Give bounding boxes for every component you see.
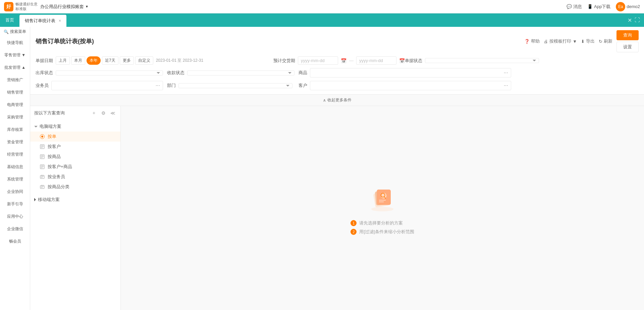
sidebar-item-purchase[interactable]: 采购管理 bbox=[0, 111, 30, 123]
customer-ellipsis-icon[interactable]: ··· bbox=[504, 83, 508, 89]
sidebar-item-quick-nav[interactable]: 快捷导航 bbox=[0, 37, 30, 49]
tab-home[interactable]: 首页 bbox=[0, 13, 19, 27]
sidebar-item-inventory[interactable]: 库存核算 bbox=[0, 123, 30, 136]
sidebar-item-newbie[interactable]: 新手引导 bbox=[0, 198, 30, 210]
payment-status-section: 收款状态 bbox=[167, 70, 294, 76]
workspace-selector[interactable]: 办公用品行业模拟账套 ▼ bbox=[40, 4, 89, 10]
calendar-start-icon[interactable]: 📅 bbox=[341, 58, 346, 63]
group-collapse-icon bbox=[34, 198, 36, 201]
collapse-button[interactable]: ∧ 收起更多条件 bbox=[323, 97, 352, 103]
department-section: 部门 bbox=[167, 83, 294, 89]
scheme-item-by-cust-prod[interactable]: 按客户+商品 bbox=[30, 162, 120, 172]
delivery-status-select[interactable] bbox=[56, 70, 163, 75]
scheme-group-pc-header[interactable]: 电脑端方案 bbox=[30, 121, 120, 132]
date-btn-custom[interactable]: 自定义 bbox=[135, 56, 153, 65]
app-download-button[interactable]: 📱 App下载 bbox=[587, 4, 610, 10]
search-menu-button[interactable]: 🔍 搜索菜单 bbox=[0, 27, 30, 37]
help-button[interactable]: ❓ 帮助 bbox=[524, 38, 540, 44]
top-bar: 好 畅捷通好生意 标准版 办公用品行业模拟账套 ▼ 💬 消息 📱 App下载 E… bbox=[0, 0, 644, 13]
settings-scheme-button[interactable]: ⚙ bbox=[100, 109, 107, 117]
sidebar-item-ecommerce[interactable]: 电商管理 bbox=[0, 99, 30, 111]
help-icon: ❓ bbox=[524, 39, 530, 44]
date-btn-last-month[interactable]: 上月 bbox=[56, 56, 70, 65]
scheme-panel-header: 按以下方案查询 ＋ ⚙ ≪ bbox=[30, 106, 120, 120]
date-section: 单据日期 上月 本月 本年 近7天 更多 自定义 2023-01-01 至 20… bbox=[36, 56, 269, 65]
message-button[interactable]: 💬 消息 bbox=[567, 4, 582, 10]
product-ellipsis-icon[interactable]: ··· bbox=[504, 70, 508, 76]
group-expand-icon bbox=[34, 126, 38, 127]
sidebar-item-operations[interactable]: 经营管理 bbox=[0, 148, 30, 161]
salesperson-select[interactable]: ··· bbox=[51, 81, 163, 90]
refresh-button[interactable]: ↻ 刷新 bbox=[599, 38, 612, 44]
user-menu[interactable]: Ea demo2 bbox=[616, 2, 640, 11]
empty-hints: 1 请先选择要分析的方案 2 用[过滤]条件来缩小分析范围 bbox=[351, 220, 414, 235]
collapse-bar[interactable]: ∧ 收起更多条件 bbox=[30, 95, 644, 106]
tab-sales-order-stats[interactable]: 销售订单统计表 × bbox=[19, 15, 66, 27]
scheme-item-by-order[interactable]: 按单 bbox=[30, 132, 120, 142]
print-button[interactable]: 🖨 按模板打印 ▼ bbox=[544, 38, 577, 44]
customer-select[interactable]: ··· bbox=[310, 81, 511, 90]
date-btn-last-7-days[interactable]: 近7天 bbox=[102, 56, 118, 65]
sidebar-item-wechat[interactable]: 企业微信 bbox=[0, 223, 30, 235]
nav-tabs: 首页 销售订单统计表 × ✕ ⛶ bbox=[0, 13, 644, 27]
filter-area: 单据日期 上月 本月 本年 近7天 更多 自定义 2023-01-01 至 20… bbox=[30, 52, 644, 95]
sidebar-item-finance[interactable]: 资金管理 bbox=[0, 136, 30, 148]
empty-hint-1: 1 请先选择要分析的方案 bbox=[351, 220, 414, 226]
message-icon: 💬 bbox=[567, 4, 572, 9]
svg-rect-19 bbox=[40, 186, 44, 189]
calendar-end-icon[interactable]: 📅 bbox=[399, 58, 405, 63]
page-actions: ❓ 帮助 🖨 按模板打印 ▼ ⬇ 导出 ↻ 刷新 查询 bbox=[524, 30, 639, 52]
cust-product-icon bbox=[40, 164, 45, 169]
date-buttons-group: 上月 本月 本年 近7天 更多 自定义 bbox=[56, 56, 153, 65]
sidebar-item-vip[interactable]: 畅会员 bbox=[0, 235, 30, 248]
top-bar-left: 好 畅捷通好生意 标准版 办公用品行业模拟账套 ▼ bbox=[4, 2, 89, 11]
close-window-icon[interactable]: ✕ bbox=[628, 17, 632, 23]
product-select[interactable]: ··· bbox=[310, 68, 511, 78]
delivery-end-date-input[interactable] bbox=[356, 56, 396, 65]
scheme-item-by-salesperson[interactable]: 按业务员 bbox=[30, 172, 120, 182]
sidebar-item-enterprise[interactable]: 企业协同 bbox=[0, 186, 30, 198]
department-arrow-icon bbox=[286, 85, 289, 87]
sidebar-item-sales[interactable]: 销售管理 bbox=[0, 86, 30, 99]
settings-button[interactable]: 设置 bbox=[616, 42, 639, 52]
scheme-group-mobile: 移动端方案 bbox=[30, 193, 120, 206]
sidebar-item-system[interactable]: 系统管理 bbox=[0, 173, 30, 186]
sidebar-item-marketing[interactable]: 营销推广 bbox=[0, 74, 30, 86]
salesperson-ellipsis-icon[interactable]: ··· bbox=[156, 83, 160, 89]
export-button[interactable]: ⬇ 导出 bbox=[581, 38, 595, 44]
top-bar-right: 💬 消息 📱 App下载 Ea demo2 bbox=[567, 2, 640, 11]
page-title: 销售订单统计表(按单) bbox=[36, 37, 94, 45]
date-btn-this-month[interactable]: 本月 bbox=[71, 56, 85, 65]
product-icon bbox=[40, 154, 45, 159]
scheme-item-by-category[interactable]: 按商品分类 bbox=[30, 182, 120, 192]
product-section: 商品 ··· bbox=[299, 68, 639, 78]
add-scheme-button[interactable]: ＋ bbox=[90, 109, 98, 117]
sidebar-item-wholesale[interactable]: 批发管理 ▲ bbox=[0, 61, 30, 74]
delivery-status-arrow-icon bbox=[157, 72, 160, 74]
bill-status-select[interactable] bbox=[425, 58, 539, 63]
search-icon: 🔍 bbox=[4, 30, 9, 34]
delivery-start-date-input[interactable] bbox=[298, 56, 338, 65]
print-arrow-icon: ▼ bbox=[573, 39, 577, 44]
svg-point-1 bbox=[41, 136, 43, 138]
empty-state-icon bbox=[366, 181, 399, 215]
department-select[interactable] bbox=[178, 83, 292, 88]
svg-rect-14 bbox=[40, 175, 44, 178]
download-icon: 📱 bbox=[587, 4, 593, 9]
maximize-window-icon[interactable]: ⛶ bbox=[635, 17, 640, 23]
scheme-item-by-customer[interactable]: 按客户 bbox=[30, 142, 120, 152]
tab-close-button[interactable]: × bbox=[59, 18, 61, 23]
payment-status-select[interactable] bbox=[187, 70, 294, 75]
order-icon bbox=[40, 134, 45, 139]
sidebar-item-basic[interactable]: 基础信息 bbox=[0, 161, 30, 173]
query-settings-group: 查询 设置 bbox=[616, 30, 639, 52]
scheme-item-by-product[interactable]: 按商品 bbox=[30, 152, 120, 162]
date-btn-this-year[interactable]: 本年 bbox=[87, 56, 101, 65]
date-btn-more[interactable]: 更多 bbox=[120, 56, 134, 65]
sidebar-item-appcenter[interactable]: 应用中心 bbox=[0, 210, 30, 223]
scheme-group-mobile-header[interactable]: 移动端方案 bbox=[30, 195, 120, 205]
collapse-scheme-button[interactable]: ≪ bbox=[109, 109, 116, 117]
query-button[interactable]: 查询 bbox=[616, 30, 639, 40]
category-icon bbox=[40, 184, 45, 190]
sidebar-item-retail[interactable]: 零售管理 ▼ bbox=[0, 49, 30, 61]
